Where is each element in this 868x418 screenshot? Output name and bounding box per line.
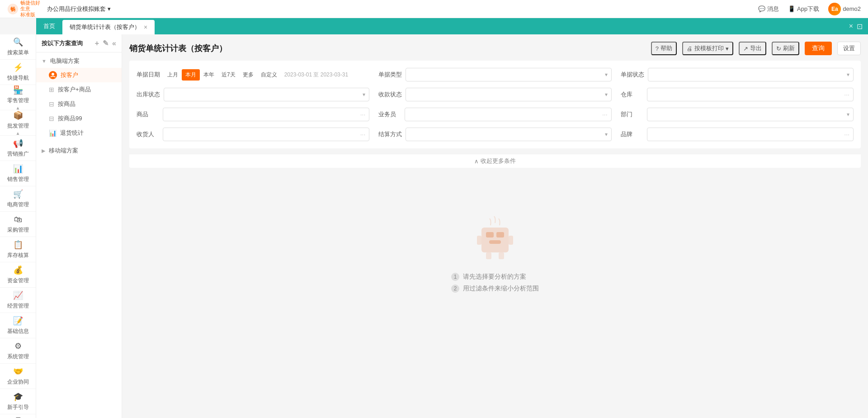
close-window-icon[interactable]: × — [849, 22, 853, 30]
warehouse-dots[interactable]: ··· — [844, 91, 849, 98]
sidebar-item-system[interactable]: ⚙ 系统管理 — [0, 338, 36, 364]
table2-icon: ⊟ — [49, 115, 54, 122]
filter-row-1: 单据日期 上月 本月 本年 近7天 更多 自定义 2023-03-01 至 20… — [137, 68, 854, 81]
left-panel-header-icons: + ✎ « — [95, 39, 116, 48]
brand-label: 品牌 — [621, 130, 643, 138]
add-scheme-button[interactable]: + — [95, 39, 99, 48]
help-button[interactable]: ? 帮助 — [651, 42, 677, 55]
empty-tip-2: 2 用过滤条件来缩小分析范围 — [451, 285, 539, 293]
salesman-label: 业务员 — [378, 110, 401, 119]
sidebar-item-enterprise-collab[interactable]: 🤝 企业协同 — [0, 364, 36, 389]
expand-icon: ▲ — [16, 105, 20, 110]
sidebar-item-ecommerce[interactable]: 🛒 电商管理 — [0, 186, 36, 212]
sidebar-item-search[interactable]: 🔍 搜索菜单 — [0, 34, 36, 60]
salesman-dots[interactable]: ··· — [602, 111, 608, 118]
doc-type-arrow-icon: ▾ — [605, 71, 608, 78]
page-actions: ? 帮助 🖨 按模板打印 ▾ ↗ 导出 ↻ 刷新 查询 设置 — [651, 42, 861, 55]
topbar: 畅 畅捷信好生意 标准版 办公用品行业模拟账套 ▾ 💬 消息 📱 App下载 E… — [0, 0, 868, 18]
grid-icon: ⊞ — [49, 86, 54, 93]
export-button[interactable]: ↗ 导出 — [739, 42, 766, 55]
tab-close-icon[interactable]: × — [144, 24, 147, 31]
department-input[interactable]: ▾ — [647, 108, 854, 121]
empty-state: 1 请先选择要分析的方案 2 用过滤条件来缩小分析范围 — [129, 173, 861, 329]
edit-scheme-button[interactable]: ✎ — [103, 39, 108, 48]
doc-status-label: 单据状态 — [621, 71, 644, 79]
doc-type-input[interactable]: ▾ — [406, 68, 611, 81]
refresh-button[interactable]: ↻ 刷新 — [772, 42, 799, 55]
receiver-dots[interactable]: ··· — [360, 131, 366, 138]
date-tab-7days[interactable]: 近7天 — [218, 69, 239, 81]
date-tab-last-month[interactable]: 上月 — [164, 69, 182, 81]
scheme-item-by-goods99[interactable]: ⊟ 按商品99 — [36, 111, 122, 126]
tabbar: 首页 销货单统计计表（按客户） × × ⊡ — [36, 18, 868, 34]
inventory-icon: 📋 — [13, 240, 23, 250]
brand-input[interactable]: ··· — [647, 128, 854, 141]
receiver-input[interactable]: ··· — [163, 128, 369, 141]
sidebar-item-app-center[interactable]: 📱 应用中心 — [0, 414, 36, 418]
sidebar-item-shortcut[interactable]: ⚡ 快捷导航 — [0, 60, 36, 85]
sidebar-item-purchase[interactable]: 🛍 采购管理 — [0, 212, 36, 237]
sidebar-item-marketing[interactable]: 📢 营销推广 — [0, 136, 36, 161]
page-title-bar: 销货单统计计表（按客户） ? 帮助 🖨 按模板打印 ▾ ↗ 导出 ↻ 刷新 — [129, 42, 861, 55]
sidebar-item-finance[interactable]: 💰 资金管理 — [0, 262, 36, 288]
sidebar-item-retail[interactable]: 🏪 零售管理 ▲ — [0, 85, 36, 110]
goods-input[interactable]: ··· — [163, 108, 369, 121]
goods-dots[interactable]: ··· — [360, 111, 366, 118]
sidebar-item-sales[interactable]: 📊 销售管理 — [0, 161, 36, 186]
logo-text: 畅捷信好生意 标准版 — [20, 0, 43, 18]
maximize-icon[interactable]: ⊡ — [857, 22, 863, 31]
purchase-icon: 🛍 — [14, 215, 22, 224]
left-panel-header: 按以下方案查询 + ✎ « — [36, 34, 122, 52]
tab-sales-stats[interactable]: 销货单统计计表（按客户） × — [62, 20, 155, 34]
desktop-scheme-group: ▼ 电脑端方案 按客户 ⊞ 按客户+商品 ⊟ 按商品 ⊟ 按商品99 — [36, 52, 122, 142]
page-title: 销货单统计计表（按客户） — [129, 43, 227, 54]
settings-button[interactable]: 设置 — [837, 42, 861, 55]
svg-rect-4 — [486, 232, 494, 238]
query-button[interactable]: 查询 — [805, 42, 832, 55]
out-status-input[interactable]: ▾ — [164, 88, 369, 101]
mobile-scheme-group-header[interactable]: ▶ 移动端方案 — [36, 144, 122, 157]
department-arrow-icon: ▾ — [847, 111, 849, 118]
customer-scheme-icon — [49, 71, 57, 79]
app-download-button[interactable]: 📱 App下载 — [788, 5, 819, 13]
doc-status-filter-item: 单据状态 ▾ — [621, 68, 854, 81]
brand-dots[interactable]: ··· — [844, 131, 849, 138]
sidebar-item-basic-info[interactable]: 📝 基础信息 — [0, 313, 36, 338]
payment-status-input[interactable]: ▾ — [406, 88, 611, 101]
doc-status-input[interactable]: ▾ — [648, 68, 854, 81]
tab-home[interactable]: 首页 — [36, 18, 62, 34]
desktop-scheme-group-header[interactable]: ▼ 电脑端方案 — [36, 54, 122, 68]
goods-filter-item: 商品 ··· — [137, 108, 369, 121]
sidebar-item-inventory[interactable]: 📋 库存核算 — [0, 237, 36, 262]
settlement-input[interactable]: ▾ — [406, 128, 611, 141]
scheme-item-by-goods[interactable]: ⊟ 按商品 — [36, 97, 122, 111]
scheme-item-customer-goods[interactable]: ⊞ 按客户+商品 — [36, 82, 122, 97]
user-menu[interactable]: Ea demo2 — [828, 3, 861, 15]
bar-chart-icon: 📊 — [49, 129, 57, 137]
search-icon: 🔍 — [13, 37, 23, 47]
filter-row-3: 商品 ··· 业务员 ··· 部门 — [137, 108, 854, 121]
industry-selector[interactable]: 办公用品行业模拟账套 ▾ — [47, 5, 111, 13]
date-tab-custom[interactable]: 自定义 — [257, 69, 281, 81]
sidebar-item-operations[interactable]: 📈 经营管理 — [0, 288, 36, 313]
help-icon: ? — [656, 45, 659, 52]
collapse-bar[interactable]: ∧ 收起更多条件 — [129, 154, 861, 168]
sidebar-item-wholesale[interactable]: 📦 批发管理 ▲ — [0, 110, 36, 136]
date-tab-this-year[interactable]: 本年 — [200, 69, 218, 81]
scheme-item-by-customer[interactable]: 按客户 — [36, 68, 122, 82]
template-print-button[interactable]: 🖨 按模板打印 ▾ — [682, 42, 733, 55]
warehouse-input[interactable]: ··· — [647, 88, 854, 101]
department-label: 部门 — [621, 110, 643, 119]
date-tab-more[interactable]: 更多 — [239, 69, 257, 81]
salesman-input[interactable]: ··· — [405, 108, 611, 121]
sidebar-item-newcomer[interactable]: 🎓 新手引导 — [0, 389, 36, 414]
message-button[interactable]: 💬 消息 — [758, 5, 779, 13]
payment-status-label: 收款状态 — [378, 90, 402, 99]
collapse-panel-button[interactable]: « — [112, 39, 116, 48]
scheme-item-return-stats[interactable]: 📊 退货统计 — [36, 126, 122, 140]
newcomer-icon: 🎓 — [13, 392, 23, 402]
warehouse-filter-item: 仓库 ··· — [621, 88, 854, 101]
date-tab-this-month[interactable]: 本月 — [182, 69, 200, 81]
filter-panel: 单据日期 上月 本月 本年 近7天 更多 自定义 2023-03-01 至 20… — [129, 61, 861, 148]
system-icon: ⚙ — [14, 341, 22, 351]
